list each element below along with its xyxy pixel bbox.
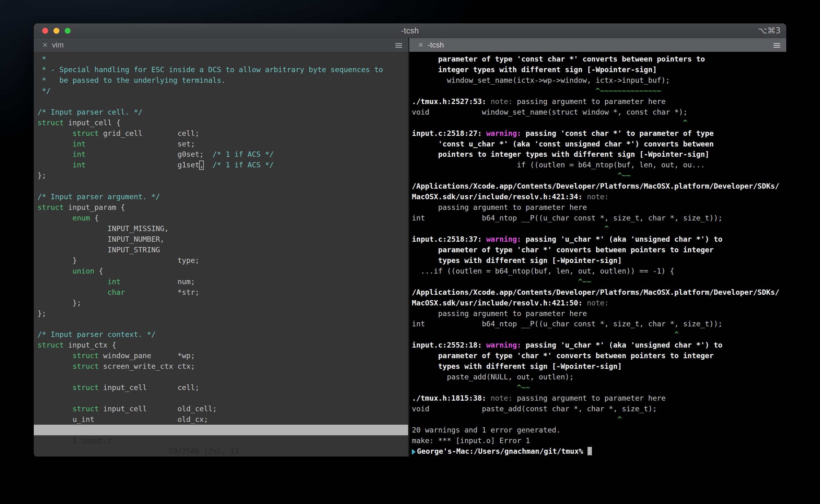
terminal-row: window_set_name(ictx->wp->window, ictx->… (412, 75, 786, 86)
terminal-row: INPUT_MISSING, (37, 223, 408, 234)
terminal-row: input.c:2552:18: warning: passing 'u_cha… (412, 340, 786, 350)
terminal-row: void paste_add(const char *, char *, siz… (412, 403, 786, 414)
terminal-row: int g0set; /* 1 if ACS */ (37, 149, 408, 160)
terminal-row (37, 393, 408, 403)
terminal-row: types with different sign [-Wpointer-sig… (412, 255, 786, 266)
title-bar[interactable]: -tcsh ⌥⌘3 (34, 23, 786, 38)
split-panes: * * - Special handling for ESC inside a … (34, 52, 786, 457)
tab-tcsh[interactable]: × -tcsh ≡ (409, 38, 786, 52)
terminal-row: ^ (412, 117, 786, 128)
terminal-row: /* Input parser cell. */ (37, 107, 408, 117)
terminal-row: ^ (412, 329, 786, 340)
terminal-row: }; (37, 298, 408, 308)
terminal-row: struct input_cell { (37, 117, 408, 128)
traffic-lights (42, 28, 71, 34)
close-window-button[interactable] (42, 28, 48, 34)
terminal-row: /* Input parser argument. */ (37, 191, 408, 202)
terminal-row: struct window_pane *wp; (37, 350, 408, 361)
terminal-row: 'const u_char *' (aka 'const unsigned ch… (412, 139, 786, 149)
terminal-row: int num; (37, 276, 408, 287)
terminal-row: enum { (37, 213, 408, 223)
terminal-row: * - Special handling for ESC inside a DC… (37, 64, 408, 75)
vim-statusline: 1 input.c 59/2586 (2%), 13 (-1 ) (34, 425, 408, 435)
terminal-row: types with different sign [-Wpointer-sig… (412, 361, 786, 372)
terminal-row: }; (37, 308, 408, 319)
terminal-row: ./tmux.h:1815:38: note: passing argument… (412, 393, 786, 403)
tab-label-tcsh: -tcsh (427, 41, 444, 49)
terminal-row: void window_set_name(struct window *, co… (412, 107, 786, 117)
terminal-row: ^ (412, 414, 786, 425)
terminal-row: struct input_ctx { (37, 340, 408, 350)
terminal-row: struct input_cell cell; (37, 382, 408, 393)
close-tab-icon[interactable]: × (42, 41, 47, 49)
terminal-row: ^~~~~~~~~~~~~~~ (412, 86, 786, 96)
terminal-row: int b64_ntop __P((u_char const *, size_t… (412, 213, 786, 223)
terminal-row: struct grid_cell cell; (37, 128, 408, 139)
terminal-row: */ (37, 86, 408, 96)
tab-label-vim: vim (52, 41, 63, 49)
terminal-row: if ((outlen = b64_ntop(buf, len, out, ou… (412, 160, 786, 170)
vim-hollow-cursor: , (199, 161, 204, 169)
terminal-row: parameter of type 'char *' converts betw… (412, 350, 786, 361)
terminal-row: 20 warnings and 1 error generated. (412, 425, 786, 435)
minimize-window-button[interactable] (53, 28, 59, 34)
terminal-row: ^~~ (412, 276, 786, 287)
terminal-row: int g1set, /* 1 if ACS */ (37, 160, 408, 170)
hamburger-menu-icon[interactable]: ≡ (394, 40, 403, 50)
close-tab-icon[interactable]: × (418, 41, 423, 49)
statusline-position: 59/2586 (2%), 13 (169, 446, 239, 457)
terminal-row: ^~~ (412, 170, 786, 181)
terminal-row: struct input_cell old_cell; (37, 403, 408, 414)
terminal-row: struct screen_write_ctx ctx; (37, 361, 408, 372)
terminal-row: input.c:2518:27: warning: passing 'const… (412, 128, 786, 139)
terminal-row: pointers to integer types with different… (412, 149, 786, 160)
terminal-row: MacOSX.sdk/usr/include/resolv.h:421:34: … (412, 191, 786, 202)
prompt-mark-icon (412, 449, 416, 455)
terminal-row: union { (37, 266, 408, 276)
terminal-row: struct input_param { (37, 202, 408, 213)
terminal-row: ^~~ (412, 382, 786, 393)
terminal-row: int set; (37, 139, 408, 149)
terminal-row: passing argument to parameter here (412, 202, 786, 213)
shell-pane[interactable]: parameter of type 'const char *' convert… (409, 52, 786, 457)
terminal-row: ...if ((outlen = b64_ntop(buf, len, out,… (412, 266, 786, 276)
terminal-row (37, 96, 408, 107)
terminal-window: -tcsh ⌥⌘3 × vim ≡ × -tcsh ≡ * * - Specia… (34, 23, 786, 457)
terminal-row (37, 319, 408, 329)
terminal-row: } type; (37, 255, 408, 266)
shell-scrollback: parameter of type 'const char *' convert… (409, 52, 786, 457)
zoom-window-button[interactable] (65, 28, 71, 34)
vim-pane[interactable]: * * - Special handling for ESC inside a … (34, 52, 408, 457)
terminal-row: /* Input parser context. */ (37, 329, 408, 340)
terminal-row: George's-Mac:/Users/gnachman/git/tmux% (412, 446, 786, 457)
terminal-row (37, 181, 408, 191)
terminal-row (37, 372, 408, 382)
terminal-row: integer types with different sign [-Wpoi… (412, 64, 786, 75)
terminal-row: INPUT_STRING (37, 245, 408, 255)
terminal-row: * be passed to the underlying terminals. (37, 75, 408, 86)
terminal-row: * (37, 54, 408, 64)
terminal-row: u_int old_cx; (37, 414, 408, 425)
terminal-row: passing argument to parameter here (412, 308, 786, 319)
terminal-row: char *str; (37, 287, 408, 298)
terminal-row: MacOSX.sdk/usr/include/resolv.h:421:50: … (412, 298, 786, 308)
terminal-row: /Applications/Xcode.app/Contents/Develop… (412, 287, 786, 298)
statusline-window-indicator: (-1 ) (384, 457, 406, 457)
terminal-row: parameter of type 'const char *' convert… (412, 54, 786, 64)
tab-vim[interactable]: × vim ≡ (34, 38, 408, 52)
vim-buffer: * * - Special handling for ESC inside a … (34, 52, 408, 425)
terminal-row: input.c:2518:37: warning: passing 'u_cha… (412, 234, 786, 245)
terminal-row: INPUT_NUMBER, (37, 234, 408, 245)
terminal-row: }; (37, 170, 408, 181)
terminal-row: /Applications/Xcode.app/Contents/Develop… (412, 181, 786, 191)
hamburger-menu-icon[interactable]: ≡ (773, 40, 782, 50)
statusline-filename: 1 input.c (72, 436, 112, 445)
terminal-row: parameter of type 'char *' converts betw… (412, 245, 786, 255)
window-title: -tcsh (34, 26, 786, 35)
terminal-row: ^ (412, 223, 786, 234)
terminal-row: ./tmux.h:2527:53: note: passing argument… (412, 96, 786, 107)
terminal-row: make: *** [input.o] Error 1 (412, 435, 786, 446)
window-shortcut-badge: ⌥⌘3 (758, 26, 781, 35)
tab-bars: × vim ≡ × -tcsh ≡ (34, 38, 786, 52)
terminal-row: paste_add(NULL, out, outlen); (412, 372, 786, 382)
